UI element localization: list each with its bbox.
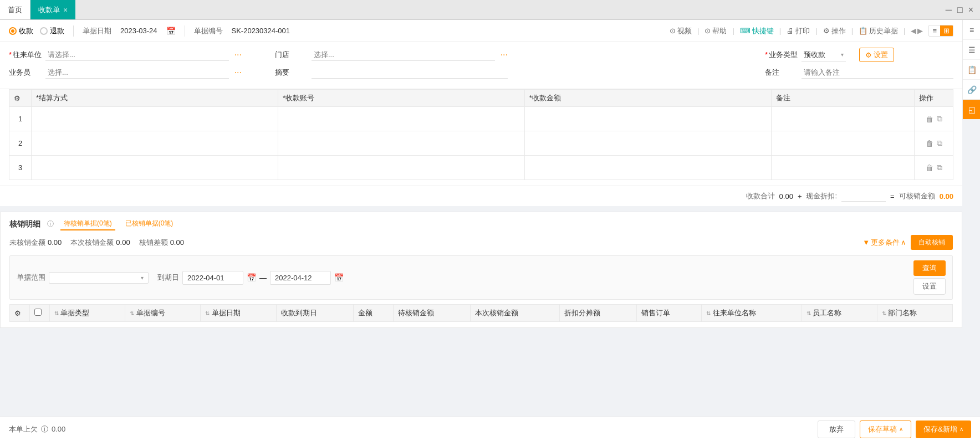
- row-account-1[interactable]: [278, 107, 524, 131]
- view-toggle: ≡ ⊞: [928, 25, 953, 37]
- row-account-3[interactable]: [278, 156, 524, 180]
- verify-info-icon[interactable]: ⓘ: [47, 219, 54, 229]
- date-from-calendar-icon[interactable]: 📅: [247, 273, 256, 282]
- abandon-btn[interactable]: 放弃: [818, 421, 855, 438]
- row-settle-2[interactable]: [32, 131, 278, 156]
- row-actions-1: 🗑 ⧉: [919, 114, 948, 124]
- sort-staff-icon[interactable]: ⇅: [807, 310, 811, 316]
- sort-type-icon[interactable]: ⇅: [54, 310, 59, 316]
- detail-gear-icon[interactable]: ⚙: [14, 309, 21, 317]
- range-select[interactable]: ▾: [49, 272, 149, 284]
- ops-btn[interactable]: ⚙ 操作: [823, 26, 846, 36]
- store-input[interactable]: [312, 49, 495, 61]
- tab-home[interactable]: 首页: [0, 0, 30, 19]
- nav-next-icon[interactable]: ▶: [917, 27, 923, 35]
- row-account-2[interactable]: [278, 131, 524, 156]
- more-conditions-btn[interactable]: ▼ 更多条件 ∧: [862, 238, 906, 248]
- store-more-icon[interactable]: ···: [501, 50, 508, 60]
- shortcut-btn[interactable]: ⌨ 快捷键: [740, 26, 774, 36]
- video-btn[interactable]: ⊙ 视频: [670, 26, 692, 36]
- query-btn[interactable]: 查询: [913, 260, 946, 276]
- help-btn[interactable]: ⊙ 帮助: [705, 26, 727, 36]
- row-amount-3[interactable]: [524, 156, 771, 180]
- sidebar-icon-1[interactable]: ≡: [963, 20, 980, 40]
- unchecked-label: 未核销金额: [9, 238, 45, 248]
- print-btn[interactable]: 🖨 打印: [787, 26, 810, 36]
- tab-close-icon[interactable]: ×: [63, 6, 68, 14]
- verify-tab-pending[interactable]: 待核销单据(0笔): [60, 218, 115, 230]
- settings-gear-icon: ⚙: [865, 51, 872, 59]
- maximize-icon[interactable]: □: [957, 5, 963, 15]
- row-settle-3[interactable]: [32, 156, 278, 180]
- detail-th-discount: 折扣分摊额: [560, 305, 637, 322]
- tab-active-label: 收款单: [38, 5, 60, 15]
- table-row: 3 🗑 ⧉: [9, 156, 953, 180]
- row-remark-2[interactable]: [771, 131, 914, 156]
- sort-num-icon[interactable]: ⇅: [130, 310, 134, 316]
- receipt-table: ⚙ *结算方式 *收款账号 *收款金额 备注 操作: [9, 89, 953, 180]
- row-remark-3[interactable]: [771, 156, 914, 180]
- partner-input[interactable]: [45, 49, 229, 61]
- date-to-calendar-icon[interactable]: 📅: [334, 273, 344, 282]
- date-calendar-icon[interactable]: 📅: [166, 27, 176, 35]
- sort-partner-icon[interactable]: ⇅: [706, 310, 711, 316]
- sidebar-icon-3[interactable]: 📋: [963, 60, 980, 80]
- shortcut-icon: ⌨: [740, 27, 751, 35]
- filter-icon: ▼: [862, 238, 870, 247]
- row-remark-1[interactable]: [771, 107, 914, 131]
- biz-type-select[interactable]: 预收款 ▾: [802, 48, 846, 62]
- detail-th-check[interactable]: [30, 305, 50, 322]
- view-list-btn[interactable]: ≡: [929, 25, 940, 36]
- sidebar-icon-2[interactable]: ☰: [963, 40, 980, 60]
- row-amount-1[interactable]: [524, 107, 771, 131]
- row-amount-2[interactable]: [524, 131, 771, 156]
- row-delete-icon-2[interactable]: 🗑: [926, 139, 933, 148]
- date-to-input[interactable]: [270, 271, 331, 285]
- row-settle-1[interactable]: [32, 107, 278, 131]
- radio-receipt[interactable]: 收款: [9, 26, 33, 36]
- detail-th-num: ⇅ 单据编号: [125, 305, 201, 322]
- staff-input[interactable]: [45, 66, 229, 79]
- row-actions-2: 🗑 ⧉: [919, 139, 948, 148]
- row-copy-icon-1[interactable]: ⧉: [937, 114, 942, 124]
- form-settings-btn[interactable]: ⚙ 设置: [859, 48, 894, 62]
- form-section: 往来单位 ··· 门店 ··· 业务类型 预收款 ▾: [0, 42, 962, 89]
- table-row: 1 🗑 ⧉: [9, 107, 953, 131]
- sidebar-icon-4[interactable]: 🔗: [963, 80, 980, 100]
- partner-more-icon[interactable]: ···: [234, 50, 242, 60]
- view-grid-btn[interactable]: ⊞: [940, 25, 953, 36]
- staff-more-icon[interactable]: ···: [234, 68, 242, 78]
- row-copy-icon-3[interactable]: ⧉: [937, 163, 942, 172]
- save-draft-btn[interactable]: 保存草稿 ∧: [860, 421, 911, 438]
- diff-value: 0.00: [170, 238, 184, 247]
- th-gear[interactable]: ⚙: [9, 90, 32, 107]
- row-copy-icon-2[interactable]: ⧉: [937, 139, 942, 148]
- sidebar-icon-5[interactable]: ◱: [963, 100, 980, 120]
- auto-verify-btn[interactable]: 自动核销: [911, 235, 953, 250]
- detail-check-all[interactable]: [34, 309, 42, 316]
- detail-th-gear[interactable]: ⚙: [10, 305, 30, 322]
- row-delete-icon-3[interactable]: 🗑: [926, 163, 933, 172]
- radio-refund[interactable]: 退款: [40, 26, 64, 36]
- date-to-label: 到期日: [157, 273, 179, 283]
- table-gear-icon[interactable]: ⚙: [14, 94, 21, 102]
- row-delete-icon-1[interactable]: 🗑: [926, 115, 933, 124]
- verify-settings-btn[interactable]: 设置: [913, 278, 946, 295]
- sort-date-icon[interactable]: ⇅: [205, 310, 210, 316]
- history-btn[interactable]: 📋 历史单据: [859, 26, 898, 36]
- summary-input[interactable]: [312, 66, 508, 79]
- discount-input[interactable]: [841, 191, 886, 202]
- help-icon: ⊙: [705, 27, 711, 35]
- verify-tab-done[interactable]: 已核销单据(0笔): [122, 218, 177, 230]
- save-new-btn[interactable]: 保存&新增 ∧: [916, 421, 971, 438]
- close-icon[interactable]: ×: [968, 5, 973, 15]
- date-value: 2023-03-24: [120, 27, 157, 35]
- date-from-input[interactable]: [182, 271, 243, 285]
- verify-header: 核销明细 ⓘ 待核销单据(0笔) 已核销单据(0笔): [9, 218, 953, 230]
- minimize-icon[interactable]: ─: [946, 5, 952, 15]
- nav-prev-icon[interactable]: ◀: [911, 27, 916, 35]
- tab-active[interactable]: 收款单 ×: [30, 0, 75, 19]
- sort-dept-icon[interactable]: ⇅: [882, 310, 886, 316]
- receipt-type-radio: 收款 退款: [9, 26, 64, 36]
- remark-input[interactable]: [802, 66, 953, 79]
